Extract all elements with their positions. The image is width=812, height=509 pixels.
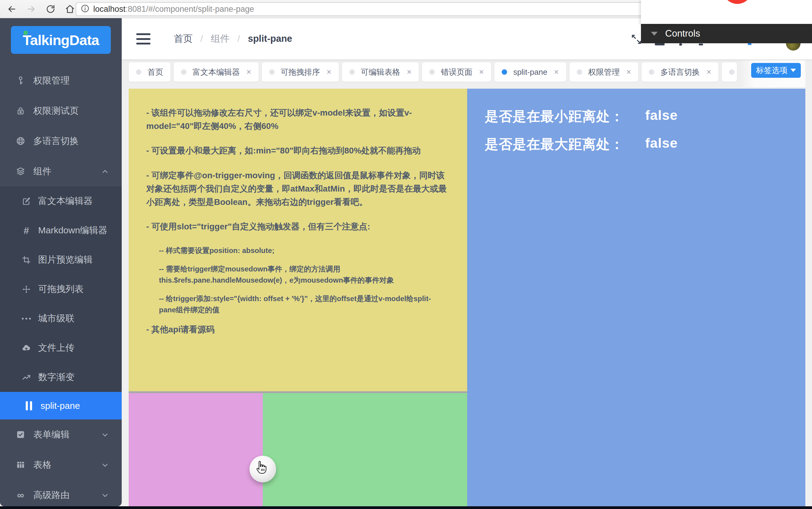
max-distance-value: false (645, 135, 678, 154)
back-icon[interactable] (7, 4, 17, 14)
tag-options-label: 标签选项 (756, 65, 787, 76)
breadcrumb-components[interactable]: 组件 (211, 32, 229, 45)
chevron-down-icon (101, 431, 109, 439)
tab-permission[interactable]: 权限管理 × (570, 62, 639, 82)
tab-label: 可编辑表格 (361, 67, 400, 77)
tab-dot-icon (577, 69, 582, 75)
breadcrumb-current: split-pane (248, 33, 292, 44)
crop-icon (22, 256, 31, 265)
status-line-min: 是否是在最小距离处： false (485, 107, 793, 126)
tab-dot-icon (649, 69, 654, 75)
status-line-max: 是否是在最大距离处： false (485, 135, 793, 154)
submenu-item-label: 富文本编辑器 (38, 195, 93, 207)
tag-options-button[interactable]: 标签选项 (751, 63, 801, 78)
tab-dot-icon (269, 69, 274, 75)
submenu-item-file-upload[interactable]: 文件上传 (0, 333, 122, 363)
submenu-item-label: 文件上传 (38, 342, 74, 354)
infinity-icon: ∞ (16, 490, 26, 500)
app-logo[interactable]: TalkingData (11, 26, 111, 54)
tab-draggable-sort[interactable]: 可拖拽排序 × (262, 62, 339, 82)
logo-text: TalkingData (23, 32, 99, 48)
url-host: localhost (93, 4, 126, 13)
split-drag-trigger[interactable] (250, 456, 276, 482)
tab-label: split-pane (513, 67, 547, 77)
tab-editable-table[interactable]: 可编辑表格 × (342, 62, 419, 82)
forward-icon[interactable] (26, 4, 36, 14)
record-icon[interactable] (723, 0, 752, 4)
hidden-icon-fragment (748, 43, 751, 45)
doc-bullet: - 其他api请看源码 (146, 323, 448, 336)
sidebar-item-permission-test[interactable]: 权限测试页 (0, 96, 122, 126)
tab-error-page[interactable]: 错误页面 × (422, 62, 491, 82)
sidebar-item-label: 多语言切换 (33, 135, 79, 147)
doc-bullet: - 该组件可以拖动修改左右尺寸，还可以绑定v-model来设置，如设置v-mod… (146, 106, 448, 133)
lock-icon (16, 106, 26, 115)
screen-bottom-strip (0, 506, 812, 509)
tab-dot-icon (181, 69, 187, 75)
close-icon[interactable]: × (407, 68, 412, 76)
sidebar-item-i18n[interactable]: 多语言切换 (0, 126, 122, 156)
home-icon[interactable] (65, 4, 75, 14)
breadcrumb-separator: / (237, 34, 240, 44)
url-path: :8081/#/component/split-pane-page (126, 4, 254, 13)
submenu-item-label: Markdown编辑器 (38, 224, 107, 237)
sidebar-item-components[interactable]: 组件 (0, 156, 122, 186)
tab-label: 可拖拽排序 (281, 67, 320, 77)
hash-icon: # (22, 226, 31, 235)
submenu-item-rich-text-editor[interactable]: 富文本编辑器 (0, 186, 122, 216)
move-icon (22, 285, 31, 294)
cloud-upload-icon (22, 343, 31, 352)
close-icon[interactable]: × (554, 68, 559, 76)
doc-sub-bullet: -- 给trigger添加:style="{width: offset + '%… (159, 293, 448, 315)
sidebar-item-label: 表格 (33, 459, 52, 471)
tab-i18n[interactable]: 多语言切换 × (642, 62, 718, 82)
tab-label: 富文本编辑器 (193, 67, 240, 77)
nested-split-pane (129, 393, 467, 509)
submenu-item-markdown-editor[interactable]: # Markdown编辑器 (0, 216, 122, 245)
split-left-pane: - 该组件可以拖动修改左右尺寸，还可以绑定v-model来设置，如设置v-mod… (129, 89, 467, 509)
sidebar-item-form-edit[interactable]: 表单编辑 (0, 419, 122, 450)
components-submenu: 富文本编辑器 # Markdown编辑器 图片预览编辑 可拖拽列表 (0, 186, 122, 419)
hidden-icon-fragment (679, 43, 682, 46)
sidebar-item-permission[interactable]: 权限管理 (0, 65, 122, 96)
url-text: localhost:8081/#/component/split-pane-pa… (93, 4, 254, 14)
close-icon[interactable]: × (479, 68, 484, 76)
site-info-icon[interactable] (80, 4, 90, 14)
submenu-item-draggable-list[interactable]: 可拖拽列表 (0, 274, 122, 304)
tab-split-pane[interactable]: split-pane × (494, 62, 566, 82)
tab-rich-text-editor[interactable]: 富文本编辑器 × (174, 62, 259, 82)
controls-overlay-body (641, 0, 812, 24)
max-distance-label: 是否是在最大距离处： (485, 135, 624, 154)
sidebar-item-label: 高级路由 (33, 489, 70, 502)
refresh-icon[interactable] (45, 4, 56, 14)
submenu-item-image-preview-edit[interactable]: 图片预览编辑 (0, 245, 122, 274)
hand-cursor-icon (254, 460, 268, 475)
controls-header[interactable]: Controls (641, 24, 812, 43)
chevron-up-icon (101, 167, 109, 175)
doc-bullet: - 可绑定事件@on-trigger-moving，回调函数的返回值是鼠标事件对… (146, 169, 448, 209)
ellipsis-icon (22, 314, 31, 323)
submenu-item-city-cascade[interactable]: 城市级联 (0, 304, 122, 333)
tab-dot-icon (729, 69, 735, 75)
submenu-item-number-gradient[interactable]: 数字渐变 (0, 363, 122, 392)
doc-sub-bullet: -- 需要给trigger绑定mousedown事件，绑定的方法调用 this.… (159, 263, 448, 286)
sidebar-item-table[interactable]: 表格 (0, 450, 122, 480)
tab-bar: 首页 富文本编辑器 × 可拖拽排序 × 可编辑表格 × 错误页面 × split… (122, 59, 812, 89)
close-icon[interactable]: × (327, 68, 331, 76)
close-icon[interactable]: × (626, 68, 631, 76)
close-icon[interactable]: × (706, 68, 711, 76)
trending-up-icon (22, 373, 31, 382)
edit-icon (22, 197, 31, 206)
submenu-item-split-pane[interactable]: split-pane (0, 392, 122, 419)
breadcrumb-home[interactable]: 首页 (174, 32, 193, 45)
fullscreen-icon[interactable] (630, 33, 643, 45)
sidebar-item-label: 表单编辑 (33, 429, 70, 441)
tab-home[interactable]: 首页 (129, 62, 170, 82)
table-icon (16, 460, 26, 470)
breadcrumb-separator: / (200, 34, 203, 44)
tab-partial[interactable] (722, 62, 737, 82)
sidebar-item-advanced-router[interactable]: ∞ 高级路由 (0, 480, 122, 506)
chevron-down-icon (101, 461, 109, 469)
hamburger-menu-icon[interactable] (136, 33, 151, 44)
close-icon[interactable]: × (247, 68, 251, 76)
